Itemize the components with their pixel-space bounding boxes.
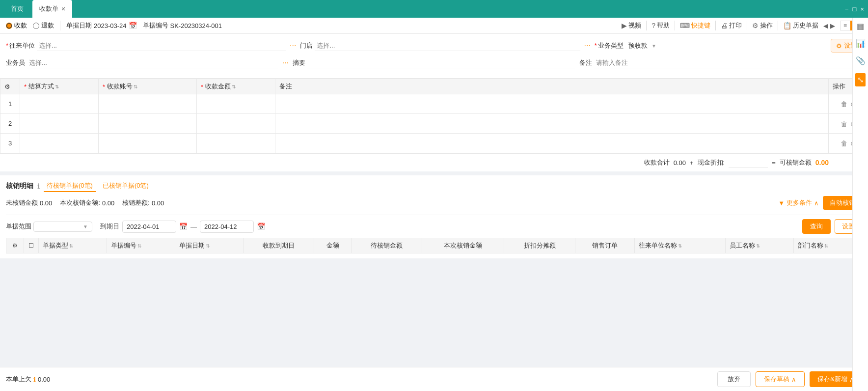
query-btn[interactable]: 查询 (802, 219, 831, 234)
th-settings[interactable]: ⚙ (0, 79, 20, 94)
row-1-note[interactable] (275, 94, 829, 114)
next-arrow[interactable]: ▶ (830, 22, 835, 29)
abandon-btn[interactable]: 放弃 (717, 371, 751, 387)
filter-btn[interactable]: ▼ 更多条件 ∧ (778, 198, 819, 207)
video-icon: ▶ (622, 22, 627, 29)
tab-pending[interactable]: 待核销单据(0笔) (44, 180, 96, 192)
summary-label: 摘要 (293, 58, 305, 67)
due-to-calendar-icon[interactable]: 📅 (257, 223, 265, 230)
unchecked-stat: 未核销金额 0.00 (6, 198, 52, 207)
row-3-amount[interactable] (197, 134, 275, 153)
partner-label: *往来单位 (6, 41, 35, 50)
staff-sort[interactable]: ⇅ (756, 243, 760, 249)
bth-doc-num-label: 单据编号 (111, 241, 136, 250)
row-1-amount[interactable] (197, 94, 275, 114)
amount-sort-icon[interactable]: ⇅ (232, 84, 236, 89)
discount-input[interactable] (729, 158, 768, 168)
biz-type-label: *业务类型 (595, 41, 624, 50)
minimize-icon[interactable]: − (845, 5, 849, 13)
row-2-payment[interactable] (20, 114, 99, 134)
list-view-btn[interactable]: ≡ (840, 21, 850, 30)
row-2-amount[interactable] (197, 114, 275, 134)
payment-sort-icon[interactable]: ⇅ (55, 84, 59, 89)
range-select[interactable]: ▼ (33, 222, 92, 232)
total-value: 0.00 (674, 159, 686, 167)
equals-sign: = (772, 159, 776, 167)
bth-settings[interactable]: ⚙ (6, 238, 24, 253)
radio-tuikuan[interactable]: 退款 (33, 21, 54, 30)
doc-type-sort[interactable]: ⇅ (69, 243, 73, 249)
toolbar: 收款 退款 单据日期 2023-03-24 📅 单据编号 SK-20230324… (0, 18, 868, 34)
row-1-account[interactable] (99, 94, 197, 114)
doc-num-sort[interactable]: ⇅ (137, 243, 141, 249)
calendar-icon[interactable]: 📅 (129, 22, 137, 29)
biz-type-value: 预收款 (628, 41, 648, 50)
row-3-payment[interactable] (20, 134, 99, 153)
shop-input[interactable] (315, 40, 580, 51)
help-icon: ? (651, 22, 655, 29)
row-3-account[interactable] (99, 134, 197, 153)
radio-tuikuan-input[interactable] (33, 23, 39, 29)
history-btn[interactable]: 📋 历史单据 (783, 21, 818, 30)
hexiao-info-icon[interactable]: ℹ (37, 182, 40, 190)
staff-input[interactable] (27, 57, 278, 68)
footer-info-icon[interactable]: ℹ (33, 376, 36, 383)
row-2-note[interactable] (275, 114, 829, 134)
biz-type-arrow[interactable]: ▼ (651, 43, 656, 49)
note-input[interactable] (594, 57, 862, 68)
operation-btn[interactable]: ⚙ 操作 (752, 21, 773, 30)
row-3-note[interactable] (275, 134, 829, 153)
right-sidebar: ▦ 📊 📎 ⤡ (852, 18, 868, 391)
sidebar-clip-icon[interactable]: 📎 (856, 56, 866, 65)
account-sort-icon[interactable]: ⇅ (134, 84, 137, 89)
partner-dots[interactable]: ··· (290, 42, 296, 50)
row-1-delete-icon[interactable]: 🗑 (841, 100, 847, 108)
sidebar-expand-icon[interactable]: ⤡ (855, 73, 866, 86)
sidebar-sheet-icon[interactable]: 📊 (856, 39, 866, 48)
staff-dots[interactable]: ··· (282, 59, 289, 67)
shop-dots[interactable]: ··· (584, 42, 591, 50)
due-from-input[interactable] (122, 221, 176, 233)
prev-arrow[interactable]: ◀ (823, 22, 828, 29)
close-window-icon[interactable]: × (860, 5, 864, 13)
number-field: 单据编号 SK-20230324-001 (143, 21, 222, 30)
bth-doc-type-label: 单据类型 (43, 241, 68, 250)
row-2-num: 2 (0, 114, 20, 134)
sidebar-table-icon[interactable]: ▦ (857, 22, 864, 31)
radio-shoukuan[interactable]: 收款 (6, 21, 27, 30)
row-3-delete-icon[interactable]: 🗑 (841, 140, 847, 147)
row-1-payment[interactable] (20, 94, 99, 114)
partner-sort[interactable]: ⇅ (678, 243, 682, 249)
row-2-account[interactable] (99, 114, 197, 134)
bth-due-date-label: 收款到期日 (263, 242, 295, 249)
tab-close-icon[interactable]: × (61, 5, 65, 13)
bth-checkbox[interactable]: ☐ (24, 238, 39, 253)
range-label: 单据范围 (6, 222, 31, 231)
print-btn[interactable]: 🖨 打印 (721, 21, 742, 30)
due-to-input[interactable] (200, 221, 254, 233)
tab-home[interactable]: 首页 (4, 0, 30, 18)
save-draft-btn[interactable]: 保存草稿 ∧ (756, 371, 805, 387)
radio-shoukuan-input[interactable] (6, 23, 12, 29)
tab-done[interactable]: 已核销单据(0笔) (100, 180, 152, 192)
tab-shoukuan[interactable]: 收款单 × (32, 0, 72, 18)
tab-bar: 首页 收款单 × − □ × (0, 0, 868, 18)
video-btn[interactable]: ▶ 视频 (622, 21, 641, 30)
bth-sales-order: 销售订单 (575, 238, 634, 253)
bth-partner-label: 往来单位名称 (639, 241, 677, 250)
due-from-calendar-icon[interactable]: 📅 (179, 223, 188, 230)
dept-sort[interactable]: ⇅ (824, 243, 828, 249)
row-2-delete-icon[interactable]: 🗑 (841, 120, 847, 128)
maximize-icon[interactable]: □ (853, 5, 857, 13)
shortcut-btn[interactable]: ⌨ 快捷键 (680, 21, 710, 30)
radio-group: 收款 退款 (6, 21, 54, 30)
doc-date-sort[interactable]: ⇅ (206, 243, 210, 249)
table-section: ⚙ * 结算方式 ⇅ * 收款账号 ⇅ (0, 79, 868, 153)
help-btn[interactable]: ? 帮助 (651, 21, 670, 30)
bth-pending: 待核销金额 (351, 238, 422, 253)
form-row-2: 业务员 ··· 摘要 备注 (6, 57, 862, 68)
div5 (778, 21, 778, 30)
summary-input[interactable] (307, 57, 575, 68)
bottom-table-section: ⚙ ☐ 单据类型⇅ 单据编号⇅ 单据日期⇅ 收款到期日 金额 待核销金额 本次核… (6, 238, 862, 253)
partner-input[interactable] (37, 40, 286, 51)
